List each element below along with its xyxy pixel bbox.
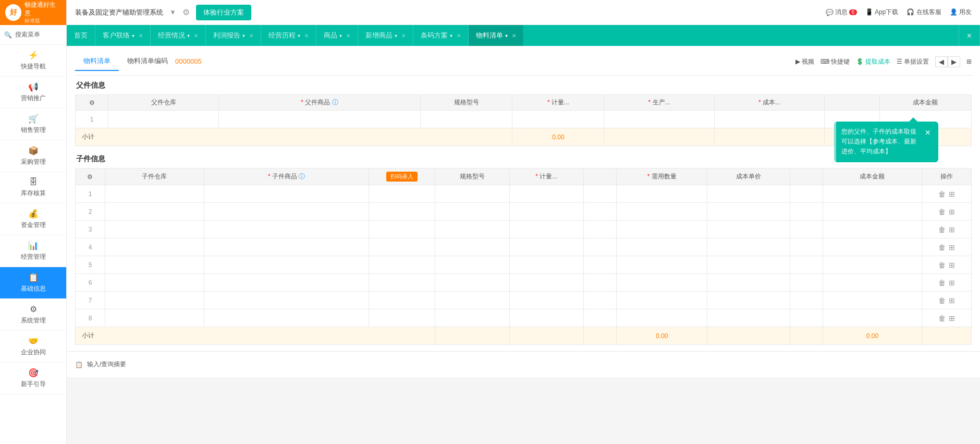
child-subtotal-label: 小计 — [76, 327, 435, 345]
topbar-right: 💬 消息 6 📱 App下载 🎧 在线客服 👤 用友 — [826, 8, 972, 17]
gear-settings-icon[interactable]: ⚙ — [182, 7, 190, 17]
parent-product-cell[interactable] — [218, 111, 420, 128]
single-settings-btn[interactable]: ☰ 单据设置 — [897, 57, 929, 66]
single-settings-label: 单据设置 — [904, 57, 929, 66]
parent-qty-cell[interactable] — [512, 111, 604, 128]
sub-tab-bom-code[interactable]: 物料清单编码 0000005 — [119, 52, 210, 71]
operations-close-icon[interactable]: ✕ — [194, 33, 198, 39]
sidebar-item-search[interactable]: 🔍 搜索菜单 — [0, 25, 66, 45]
grid-view-btn[interactable]: ⊞ — [966, 58, 972, 65]
delete-icon[interactable]: 🗑 — [938, 279, 946, 287]
parent-col-product: * 父件商品 ⓘ — [218, 95, 420, 111]
profit-close-icon[interactable]: ✕ — [249, 33, 253, 39]
nav-tab-barcode[interactable]: 条码方案 ▾ ✕ — [413, 25, 469, 46]
nav-tab-new-product[interactable]: 新增商品 ▾ ✕ — [358, 25, 413, 46]
tooltip-close-btn[interactable]: ✕ — [925, 127, 931, 138]
delete-icon[interactable]: 🗑 — [938, 314, 946, 322]
bom-arrow-icon: ▾ — [505, 33, 508, 39]
child-product-info-icon[interactable]: ⓘ — [299, 173, 305, 180]
nav-tab-operations[interactable]: 经营情况 ▾ ✕ — [151, 25, 206, 46]
delete-icon[interactable]: 🗑 — [938, 243, 946, 251]
operations-icon: 📊 — [28, 241, 39, 250]
child-row1-spec[interactable] — [435, 185, 509, 203]
child-row1-warehouse[interactable] — [105, 185, 204, 203]
sidebar-item-purchase[interactable]: 📦 采购管理 — [0, 140, 66, 172]
delete-icon[interactable]: 🗑 — [938, 296, 946, 305]
child-row1-qty-unit[interactable] — [509, 185, 583, 203]
barcode-close-icon[interactable]: ✕ — [457, 33, 461, 39]
table-row: 6 🗑⊞ — [76, 274, 972, 292]
sidebar-item-guide[interactable]: 🎯 新手引导 — [0, 363, 66, 394]
app-download-btn[interactable]: 📱 App下载 — [865, 8, 898, 17]
delete-icon[interactable]: 🗑 — [938, 190, 946, 198]
copy-icon[interactable]: ⊞ — [949, 208, 955, 216]
child-gear-icon: ⚙ — [87, 173, 93, 181]
copy-icon[interactable]: ⊞ — [949, 261, 955, 269]
next-btn[interactable]: ▶ — [948, 56, 960, 67]
customer-arrow-icon: ▾ — [132, 33, 134, 39]
table-row: 8 🗑⊞ — [76, 309, 972, 327]
scan-input-btn[interactable]: 扫码录入 — [386, 172, 418, 182]
parent-spec-cell[interactable] — [421, 111, 512, 128]
parent-production-cell[interactable] — [604, 111, 714, 128]
nav-tab-bom[interactable]: 物料清单 ▾ ✕ — [469, 25, 524, 46]
shortcut-btn[interactable]: ⌨ 快捷键 — [820, 57, 850, 66]
extract-cost-btn[interactable]: 💲 提取成本 — [856, 57, 890, 66]
history-arrow-icon: ▾ — [298, 33, 300, 39]
sidebar-item-quicknav[interactable]: ⚡ 快捷导航 — [0, 45, 66, 77]
message-btn[interactable]: 💬 消息 6 — [826, 8, 858, 17]
nav-tab-profit[interactable]: 利润报告 ▾ ✕ — [206, 25, 261, 46]
nav-controls: ◀ ▶ — [935, 56, 960, 67]
delete-icon[interactable]: 🗑 — [938, 208, 946, 216]
bom-close-icon[interactable]: ✕ — [512, 33, 516, 39]
nav-tab-history[interactable]: 经营历程 ▾ ✕ — [261, 25, 316, 46]
copy-icon[interactable]: ⊞ — [949, 296, 955, 305]
marketing-label: 营销推广 — [21, 94, 46, 103]
history-close-icon[interactable]: ✕ — [304, 33, 309, 39]
sidebar-item-sales[interactable]: 🛒 销售管理 — [0, 109, 66, 140]
table-row: 3 🗑⊞ — [76, 221, 972, 238]
online-service-btn[interactable]: 🎧 在线客服 — [906, 8, 941, 17]
child-row1-cost-amount[interactable] — [823, 185, 922, 203]
delete-icon[interactable]: 🗑 — [938, 261, 946, 269]
sidebar-item-inventory[interactable]: 🗄 库存核算 — [0, 172, 66, 203]
product-close-icon[interactable]: ✕ — [346, 33, 350, 39]
sidebar-item-collab[interactable]: 🤝 企业协同 — [0, 331, 66, 363]
child-row1-unit-cost[interactable] — [707, 185, 790, 203]
customer-close-icon[interactable]: ✕ — [139, 33, 143, 39]
guide-icon: 🎯 — [28, 368, 39, 378]
sidebar-item-system[interactable]: ⚙ 系统管理 — [0, 299, 66, 331]
sub-tab-bom-list[interactable]: 物料清单 — [75, 52, 119, 71]
parent-warehouse-cell[interactable] — [108, 111, 218, 128]
copy-icon[interactable]: ⊞ — [949, 279, 955, 287]
sidebar-item-marketing[interactable]: 📢 营销推广 — [0, 77, 66, 109]
sidebar-item-operations[interactable]: 📊 经营管理 — [0, 235, 66, 267]
parent-cost-cell[interactable] — [714, 111, 824, 128]
nav-close-all[interactable]: ✕ — [959, 25, 980, 46]
parent-subtotal-qty: 0.00 — [512, 128, 604, 146]
copy-icon[interactable]: ⊞ — [949, 314, 955, 322]
shortcut-label: 快捷键 — [831, 57, 850, 66]
child-row1-product[interactable] — [204, 185, 369, 203]
delete-icon[interactable]: 🗑 — [938, 225, 946, 234]
experience-btn[interactable]: 体验行业方案 — [196, 5, 251, 20]
nav-tab-customer[interactable]: 客户联络 ▾ ✕ — [95, 25, 151, 46]
child-col-required-qty: * 需用数量 — [617, 169, 707, 185]
basic-icon: 📋 — [28, 272, 39, 282]
nav-tabs: 首页 客户联络 ▾ ✕ 经营情况 ▾ ✕ 利润报告 ▾ ✕ 经营历程 ▾ ✕ 商… — [67, 25, 980, 46]
prev-btn[interactable]: ◀ — [935, 56, 948, 67]
dropdown-arrow-icon[interactable]: ▼ — [169, 8, 176, 16]
nav-tab-home[interactable]: 首页 — [67, 25, 95, 46]
sidebar-item-basic[interactable]: 📋 基础信息 — [0, 267, 66, 299]
app-subtitle: 标准版 — [24, 17, 61, 24]
parent-product-info-icon[interactable]: ⓘ — [332, 99, 338, 106]
copy-icon[interactable]: ⊞ — [949, 225, 955, 234]
child-row1-req-qty[interactable] — [617, 185, 707, 203]
copy-icon[interactable]: ⊞ — [949, 190, 955, 198]
new-product-close-icon[interactable]: ✕ — [401, 33, 406, 39]
sidebar-item-finance[interactable]: 💰 资金管理 — [0, 203, 66, 235]
user-avatar[interactable]: 👤 用友 — [950, 8, 972, 17]
video-btn[interactable]: ▶ 视频 — [795, 57, 814, 66]
nav-tab-product[interactable]: 商品 ▾ ✕ — [316, 25, 358, 46]
copy-icon[interactable]: ⊞ — [949, 243, 955, 251]
